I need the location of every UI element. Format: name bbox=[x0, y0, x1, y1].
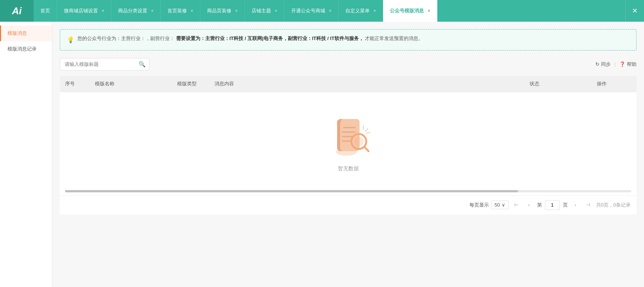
notice-icon: 💡 bbox=[67, 35, 74, 45]
nav-tab-close-template-msg[interactable]: × bbox=[428, 8, 430, 13]
help-button[interactable]: ❓ 帮助 bbox=[619, 61, 637, 68]
notice-text: 您的公众号行业为：主营行业：，副营行业： 需要设置为：主营行业：IT科技 / 互… bbox=[77, 35, 423, 43]
page-size-select: 每页显示 50 ∨ bbox=[469, 201, 508, 209]
nav-tab-close-store-theme[interactable]: × bbox=[275, 8, 277, 13]
nav-tab-label: 商品分类设置 bbox=[118, 7, 147, 14]
nav-tab-close-store-setting[interactable]: × bbox=[102, 8, 104, 13]
table-col-content: 消息内容 bbox=[209, 76, 524, 92]
table-header: 序号模版名称模版类型消息内容状态操作 bbox=[60, 76, 637, 92]
nav-tab-open-mall[interactable]: 开通公众号商城× bbox=[284, 0, 339, 22]
data-table: 序号模版名称模版类型消息内容状态操作 bbox=[60, 76, 637, 92]
nav-tab-product-category[interactable]: 商品分类设置× bbox=[111, 0, 161, 22]
sidebar-item-template-message-record[interactable]: 模版消息记录 bbox=[0, 41, 52, 57]
page-size-label: 每页显示 bbox=[469, 202, 489, 208]
nav-tab-close-custom-menu[interactable]: × bbox=[373, 8, 376, 13]
nav-tab-home-decor[interactable]: 首页装修× bbox=[161, 0, 200, 22]
sync-icon: ↻ bbox=[595, 61, 600, 67]
toolbar-right: ↻ 同步 | ❓ 帮助 bbox=[595, 61, 637, 68]
page-size-value: 50 bbox=[494, 202, 500, 208]
next-page-button[interactable]: › bbox=[571, 200, 580, 210]
sidebar-item-template-message[interactable]: 模版消息 bbox=[0, 25, 52, 41]
table-col-name: 模版名称 bbox=[90, 76, 172, 92]
page-size-dropdown[interactable]: 50 ∨ bbox=[491, 201, 508, 209]
nav-tab-product-decor[interactable]: 商品页装修× bbox=[200, 0, 245, 22]
empty-text: 暂无数据 bbox=[338, 165, 359, 172]
empty-icon bbox=[326, 115, 371, 159]
table-col-action: 操作 bbox=[592, 76, 637, 92]
table-col-seq: 序号 bbox=[60, 76, 90, 92]
search-input-wrap: 🔍 bbox=[60, 58, 150, 71]
chevron-down-icon: ∨ bbox=[502, 202, 505, 208]
page-label-di: 第 bbox=[537, 202, 542, 208]
last-page-button[interactable]: ⊣ bbox=[583, 200, 593, 210]
search-button[interactable]: 🔍 bbox=[139, 61, 146, 68]
content-area: 💡 您的公众号行业为：主营行业：，副营行业： 需要设置为：主营行业：IT科技 /… bbox=[52, 22, 644, 287]
nav-tab-label: 首页 bbox=[40, 7, 50, 14]
horizontal-scrollbar[interactable] bbox=[65, 190, 631, 192]
nav-tab-close-product-decor[interactable]: × bbox=[235, 8, 238, 13]
nav-tab-label: 自定义菜单 bbox=[345, 7, 370, 14]
nav-tab-label: 首页装修 bbox=[167, 7, 187, 14]
page-unit-label: 页 bbox=[563, 202, 568, 208]
nav-tab-label: 开通公众号商城 bbox=[291, 7, 325, 14]
app-logo: Ai bbox=[0, 0, 34, 22]
table-col-type: 模版类型 bbox=[172, 76, 209, 92]
prev-page-button[interactable]: ‹ bbox=[524, 200, 534, 210]
scrollbar-row bbox=[60, 187, 637, 195]
nav-tab-close-open-mall[interactable]: × bbox=[329, 8, 332, 13]
page-number-input[interactable] bbox=[545, 200, 560, 210]
svg-line-7 bbox=[364, 147, 369, 151]
help-icon: ❓ bbox=[619, 61, 625, 67]
sidebar: 模版消息模版消息记录 bbox=[0, 22, 52, 287]
notice-banner: 💡 您的公众号行业为：主营行业：，副营行业： 需要设置为：主营行业：IT科技 /… bbox=[60, 29, 637, 51]
top-navigation: Ai 首页微商城店铺设置×商品分类设置×首页装修×商品页装修×店铺主题×开通公众… bbox=[0, 0, 644, 22]
table-header-row: 序号模版名称模版类型消息内容状态操作 bbox=[60, 76, 637, 92]
nav-tab-label: 商品页装修 bbox=[207, 7, 231, 14]
table-col-status: 状态 bbox=[524, 76, 592, 92]
nav-tab-label: 店铺主题 bbox=[252, 7, 271, 14]
table-wrapper: 序号模版名称模版类型消息内容状态操作 bbox=[60, 76, 637, 214]
svg-point-6 bbox=[354, 137, 364, 146]
nav-tab-home[interactable]: 首页 bbox=[34, 0, 57, 22]
search-bar: 🔍 ↻ 同步 | ❓ 帮助 bbox=[60, 58, 637, 71]
search-input[interactable] bbox=[60, 58, 150, 71]
sync-button[interactable]: ↻ 同步 bbox=[595, 61, 611, 68]
svg-line-9 bbox=[366, 132, 370, 133]
total-info: 共0页，0条记录 bbox=[596, 202, 631, 208]
nav-tab-template-msg[interactable]: 公众号模版消息× bbox=[383, 0, 437, 22]
pagination: 每页显示 50 ∨ ⊢ ‹ 第 页 › ⊣ 共0页，0条记录 bbox=[60, 195, 637, 214]
nav-tab-store-theme[interactable]: 店铺主题× bbox=[245, 0, 284, 22]
nav-tab-close-home-decor[interactable]: × bbox=[191, 8, 193, 13]
svg-line-8 bbox=[365, 129, 368, 131]
nav-tab-custom-menu[interactable]: 自定义菜单× bbox=[339, 0, 383, 22]
main-layout: 模版消息模版消息记录 💡 您的公众号行业为：主营行业：，副营行业： 需要设置为：… bbox=[0, 22, 644, 287]
first-page-button[interactable]: ⊢ bbox=[512, 200, 521, 210]
nav-tab-close-product-category[interactable]: × bbox=[151, 8, 154, 13]
nav-tab-list: 首页微商城店铺设置×商品分类设置×首页装修×商品页装修×店铺主题×开通公众号商城… bbox=[34, 0, 625, 22]
close-all-tabs-button[interactable]: ✕ bbox=[625, 0, 644, 22]
scrollbar-thumb bbox=[65, 190, 518, 192]
nav-tab-label: 公众号模版消息 bbox=[390, 7, 424, 14]
toolbar-divider: | bbox=[614, 61, 616, 67]
empty-state: 暂无数据 bbox=[60, 92, 637, 187]
nav-tab-label: 微商城店铺设置 bbox=[64, 7, 98, 14]
nav-tab-store-setting[interactable]: 微商城店铺设置× bbox=[57, 0, 111, 22]
